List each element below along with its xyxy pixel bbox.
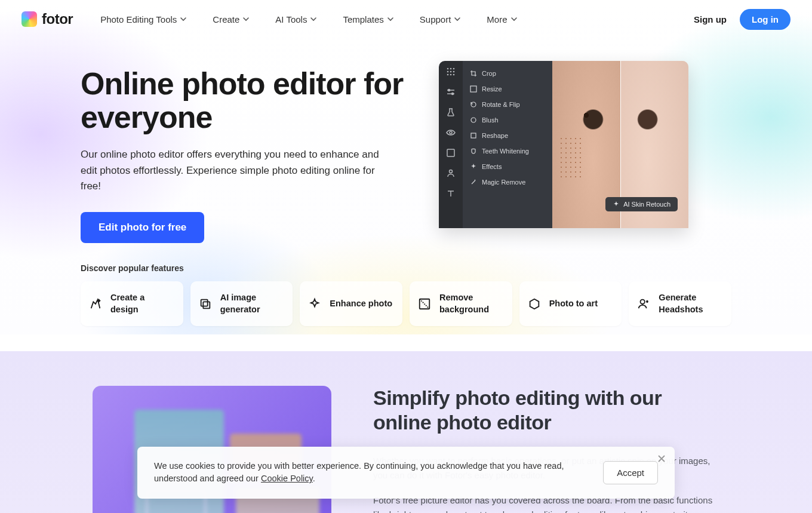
- tool-label: Crop: [482, 70, 496, 77]
- tool-label: Blush: [482, 116, 499, 124]
- svg-point-15: [471, 118, 476, 122]
- nav-auth: Sign up Log in: [694, 9, 791, 30]
- hero: Online photo editor for everyone Our onl…: [81, 38, 731, 243]
- nav-item-label: Support: [420, 14, 451, 24]
- nav-more[interactable]: More: [487, 14, 516, 24]
- hero-editor-preview: Crop Resize Rotate & Flip Blush Reshape …: [439, 61, 688, 228]
- feature-label: Enhance photo: [330, 298, 392, 310]
- chevron-down-icon: [387, 16, 393, 22]
- tool-label: Effects: [482, 163, 502, 170]
- features-row: Create a design AI image generator Enhan…: [81, 281, 731, 326]
- cookie-policy-link[interactable]: Cookie Policy: [261, 474, 313, 483]
- feature-label: Generate Headshots: [659, 292, 723, 315]
- chevron-down-icon: [310, 16, 316, 22]
- chevron-down-icon: [511, 16, 517, 22]
- sparkle-icon: [470, 163, 477, 170]
- teeth-icon: [470, 148, 477, 155]
- tool-teeth-whitening: Teeth Whitening: [463, 143, 552, 159]
- svg-point-3: [447, 71, 449, 73]
- features-heading: Discover popular features: [81, 263, 731, 273]
- svg-point-2: [453, 68, 455, 70]
- logo-icon: [21, 11, 37, 27]
- svg-point-13: [450, 170, 453, 173]
- login-button[interactable]: Log in: [740, 9, 791, 30]
- feature-label: Remove background: [439, 292, 504, 315]
- grid-icon: [446, 67, 456, 76]
- nav-ai-tools[interactable]: AI Tools: [275, 14, 316, 24]
- editor-tool-panel: Crop Resize Rotate & Flip Blush Reshape …: [463, 61, 552, 228]
- svg-point-9: [448, 90, 450, 91]
- feature-label: AI image generator: [220, 292, 285, 315]
- nav-templates[interactable]: Templates: [343, 14, 393, 24]
- nav-item-label: More: [487, 14, 507, 24]
- hexagon-icon: [528, 297, 541, 311]
- tool-magic-remove: Magic Remove: [463, 174, 552, 190]
- tool-reshape: Reshape: [463, 128, 552, 143]
- headshot-icon: [637, 297, 650, 311]
- svg-rect-17: [201, 300, 207, 306]
- close-icon[interactable]: [657, 454, 666, 463]
- frame-icon: [446, 148, 456, 158]
- ai-tag-label: AI Skin Retouch: [623, 201, 670, 208]
- tool-resize: Resize: [463, 81, 552, 97]
- svg-rect-16: [471, 133, 476, 138]
- feature-enhance-photo[interactable]: Enhance photo: [300, 281, 402, 326]
- tool-label: Magic Remove: [482, 179, 525, 186]
- feature-remove-background[interactable]: Remove background: [410, 281, 512, 326]
- svg-point-11: [450, 131, 452, 134]
- resize-icon: [470, 85, 477, 93]
- nav-create[interactable]: Create: [213, 14, 249, 24]
- feature-create-design[interactable]: Create a design: [81, 281, 183, 326]
- tool-label: Rotate & Flip: [482, 101, 520, 108]
- hero-title: Online photo editor for everyone: [81, 67, 415, 134]
- rotate-icon: [470, 101, 477, 108]
- editor-image-preview: AI Skin Retouch: [552, 61, 688, 228]
- nav-support[interactable]: Support: [420, 14, 461, 24]
- eye-icon: [446, 128, 456, 137]
- svg-point-7: [450, 74, 452, 76]
- feature-generate-headshots[interactable]: Generate Headshots: [629, 281, 731, 326]
- chevron-down-icon: [454, 16, 460, 22]
- cookie-text-part: We use cookies to provide you with bette…: [154, 461, 564, 484]
- tool-label: Reshape: [482, 132, 508, 139]
- tool-blush: Blush: [463, 112, 552, 128]
- svg-rect-12: [447, 149, 454, 156]
- nav-menu: Photo Editing Tools Create AI Tools Temp…: [100, 14, 677, 24]
- feature-label: Create a design: [110, 292, 175, 315]
- nav-item-label: Photo Editing Tools: [100, 14, 177, 24]
- reshape-icon: [470, 132, 477, 139]
- nav-item-label: AI Tools: [275, 14, 307, 24]
- svg-point-0: [447, 68, 449, 70]
- cookie-accept-button[interactable]: Accept: [603, 461, 658, 484]
- sparkle-icon: [308, 297, 321, 311]
- hero-subtitle: Our online photo editor offers everythin…: [81, 147, 391, 194]
- nav-photo-editing-tools[interactable]: Photo Editing Tools: [100, 14, 186, 24]
- logo[interactable]: fotor: [21, 11, 73, 27]
- ai-skin-retouch-tag: AI Skin Retouch: [605, 197, 678, 211]
- sliders-icon: [446, 87, 456, 97]
- svg-point-8: [453, 74, 455, 76]
- svg-point-6: [447, 74, 449, 76]
- chevron-down-icon: [243, 16, 249, 22]
- cookie-text: We use cookies to provide you with bette…: [154, 460, 589, 486]
- svg-point-20: [641, 300, 645, 304]
- tool-crop: Crop: [463, 66, 552, 81]
- feature-ai-image-generator[interactable]: AI image generator: [190, 281, 293, 326]
- top-nav: fotor Photo Editing Tools Create AI Tool…: [0, 0, 812, 38]
- design-icon: [89, 297, 102, 311]
- blush-icon: [470, 116, 477, 124]
- svg-rect-18: [203, 302, 210, 308]
- svg-point-4: [450, 71, 452, 73]
- signup-link[interactable]: Sign up: [694, 14, 727, 24]
- svg-point-5: [453, 71, 455, 73]
- sparkle-icon: [613, 201, 620, 208]
- edit-photo-cta-button[interactable]: Edit photo for free: [81, 212, 204, 243]
- background-remove-icon: [418, 297, 431, 311]
- svg-point-1: [450, 68, 452, 70]
- crop-icon: [470, 70, 477, 77]
- svg-rect-14: [470, 86, 476, 92]
- feature-photo-to-art[interactable]: Photo to art: [519, 281, 622, 326]
- feature-label: Photo to art: [549, 298, 598, 310]
- person-icon: [446, 168, 456, 178]
- cookie-banner: We use cookies to provide you with bette…: [137, 447, 675, 499]
